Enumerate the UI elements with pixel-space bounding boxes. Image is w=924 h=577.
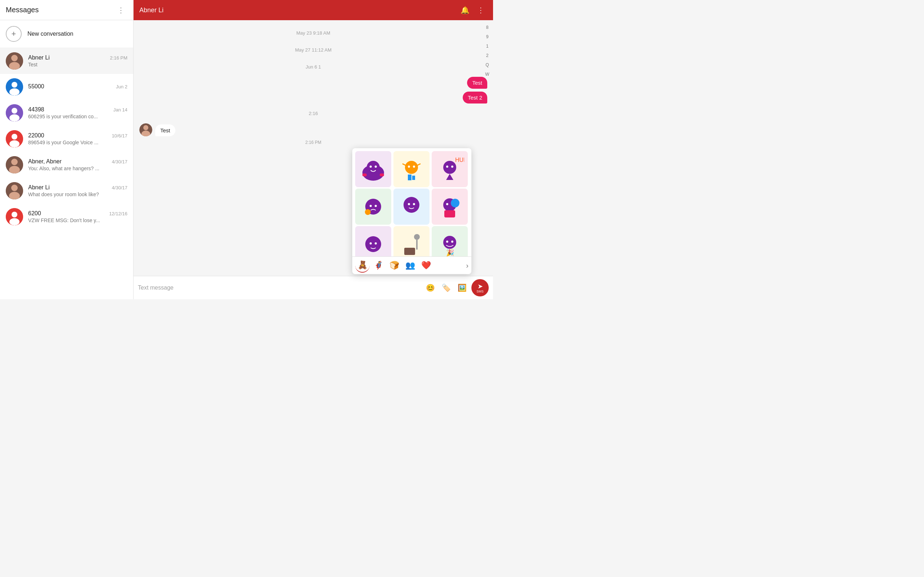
sticker-cell[interactable] bbox=[355, 189, 391, 225]
sticker-panel: HURR!🎉 🧸🦸🍞👥❤️› bbox=[352, 148, 472, 274]
send-button[interactable]: ➤ SMS bbox=[472, 279, 489, 297]
avatar bbox=[6, 208, 23, 226]
scroll-index-item[interactable]: 8 bbox=[483, 23, 492, 32]
svg-point-35 bbox=[443, 161, 456, 174]
svg-rect-33 bbox=[408, 174, 412, 180]
sticker-tabs: 🧸🦸🍞👥❤️› bbox=[352, 256, 472, 274]
conv-info: 55000Jun 2 bbox=[28, 83, 128, 90]
conv-time: 4/30/17 bbox=[112, 185, 128, 190]
sticker-cell[interactable] bbox=[393, 189, 430, 225]
conversation-item-44398[interactable]: 44398Jan 14606295 is your verification c… bbox=[0, 100, 133, 126]
conv-time: Jan 14 bbox=[113, 107, 128, 113]
conv-preview: VZW FREE MSG: Don't lose y... bbox=[28, 218, 128, 223]
emoji-button[interactable]: 😊 bbox=[424, 281, 437, 294]
conversation-item-abner-li-1[interactable]: Abner Li2:16 PMTest bbox=[0, 48, 133, 74]
sidebar-more-button[interactable]: ⋮ bbox=[115, 3, 128, 16]
sticker-cell[interactable] bbox=[355, 151, 391, 187]
conversation-item-abner-abner[interactable]: Abner, Abner4/30/17You: Also, what are h… bbox=[0, 152, 133, 178]
scroll-index-item[interactable]: W bbox=[483, 70, 492, 79]
svg-point-37 bbox=[451, 166, 453, 168]
scroll-index-item[interactable]: 2 bbox=[483, 51, 492, 60]
conversation-item-22000[interactable]: 2200010/6/17896549 is your Google Voice … bbox=[0, 126, 133, 152]
svg-point-45 bbox=[413, 203, 415, 205]
sticker-cell[interactable] bbox=[393, 226, 430, 256]
sticker-tab-2[interactable]: 🍞 bbox=[387, 258, 401, 272]
conv-name: 22000 bbox=[28, 132, 44, 139]
emoji-icon: 😊 bbox=[426, 284, 435, 292]
svg-rect-49 bbox=[444, 210, 455, 218]
sticker-cell[interactable] bbox=[393, 151, 430, 187]
svg-point-27 bbox=[367, 161, 380, 174]
sticker-cell[interactable] bbox=[432, 189, 468, 225]
sticker-tab-0[interactable]: 🧸 bbox=[355, 258, 370, 272]
conv-info: 2200010/6/17896549 is your Google Voice … bbox=[28, 132, 128, 145]
sticker-tab-next-arrow[interactable]: › bbox=[466, 261, 468, 270]
svg-point-20 bbox=[10, 218, 19, 226]
conversation-list: Abner Li2:16 PMTest55000Jun 244398Jan 14… bbox=[0, 48, 133, 299]
message-bubble: Test bbox=[155, 124, 175, 136]
chat-area: Abner Li 🔔 ⋮ 8912QW May 23 9:18 AMMay 27… bbox=[134, 0, 493, 299]
chat-header-actions: 🔔 ⋮ bbox=[459, 3, 487, 16]
svg-point-31 bbox=[408, 166, 410, 168]
svg-point-19 bbox=[11, 212, 17, 218]
conv-name: 6200 bbox=[28, 210, 41, 217]
sticker-cell[interactable]: 🎉 bbox=[432, 226, 468, 256]
sidebar: Messages ⋮ + New conversation Abner Li2:… bbox=[0, 0, 134, 299]
conv-preview: What does your room look like? bbox=[28, 192, 128, 197]
scroll-index-item[interactable]: 9 bbox=[483, 32, 492, 41]
avatar bbox=[6, 156, 23, 174]
conv-time: Jun 2 bbox=[116, 84, 128, 89]
message-row: Test bbox=[139, 123, 487, 136]
sidebar-title: Messages bbox=[6, 6, 39, 14]
svg-point-16 bbox=[11, 185, 18, 191]
svg-point-30 bbox=[405, 161, 418, 174]
svg-point-36 bbox=[446, 166, 448, 168]
notification-button[interactable]: 🔔 bbox=[459, 3, 472, 16]
scroll-index-item[interactable]: Q bbox=[483, 61, 492, 69]
sticker-tab-4[interactable]: ❤️ bbox=[419, 258, 433, 272]
svg-point-29 bbox=[375, 166, 377, 168]
conv-name: Abner Li bbox=[28, 55, 50, 61]
svg-rect-26 bbox=[380, 174, 384, 176]
date-separator: May 27 11:12 AM bbox=[139, 47, 487, 53]
svg-point-28 bbox=[370, 166, 372, 168]
image-button[interactable]: 🖼️ bbox=[456, 281, 468, 294]
svg-text:🎉: 🎉 bbox=[446, 249, 454, 256]
image-icon: 🖼️ bbox=[458, 284, 467, 292]
conversation-item-55000[interactable]: 55000Jun 2 bbox=[0, 74, 133, 100]
svg-point-17 bbox=[9, 192, 20, 200]
svg-rect-34 bbox=[412, 176, 415, 180]
chat-header: Abner Li 🔔 ⋮ bbox=[134, 0, 493, 20]
conv-name: Abner Li bbox=[28, 184, 50, 191]
notification-icon: 🔔 bbox=[460, 6, 470, 15]
svg-point-5 bbox=[10, 89, 19, 95]
sticker-button[interactable]: 🏷️ bbox=[439, 281, 452, 294]
sticker-tab-1[interactable]: 🦸 bbox=[371, 258, 386, 272]
chat-header-more-button[interactable]: ⋮ bbox=[474, 3, 487, 16]
svg-point-51 bbox=[365, 236, 381, 252]
sticker-cell[interactable]: HURR! bbox=[432, 151, 468, 187]
new-conversation-button[interactable]: + New conversation bbox=[0, 20, 133, 48]
svg-text:HURR!: HURR! bbox=[455, 157, 464, 163]
conv-info: Abner Li2:16 PMTest bbox=[28, 55, 128, 68]
conv-info: Abner, Abner4/30/17You: Also, what are h… bbox=[28, 158, 128, 171]
svg-point-10 bbox=[11, 134, 17, 140]
new-conversation-label: New conversation bbox=[27, 31, 73, 37]
sidebar-header: Messages ⋮ bbox=[0, 0, 133, 20]
conversation-item-abner-li-2[interactable]: Abner Li4/30/17What does your room look … bbox=[0, 178, 133, 204]
svg-point-53 bbox=[375, 242, 377, 245]
sticker-tab-3[interactable]: 👥 bbox=[403, 258, 417, 272]
text-message-input[interactable] bbox=[138, 282, 421, 294]
conv-preview: 896549 is your Google Voice ... bbox=[28, 140, 128, 145]
scroll-index-item[interactable]: 1 bbox=[483, 42, 492, 50]
svg-point-40 bbox=[370, 205, 372, 207]
svg-point-32 bbox=[413, 166, 415, 168]
sticker-cell[interactable] bbox=[355, 226, 391, 256]
conversation-item-6200[interactable]: 620012/12/16VZW FREE MSG: Don't lose y..… bbox=[0, 204, 133, 230]
conv-name: 44398 bbox=[28, 106, 44, 113]
svg-point-43 bbox=[404, 197, 419, 213]
conv-name: Abner, Abner bbox=[28, 158, 62, 165]
date-separator: Jun 6 1 bbox=[139, 64, 487, 69]
chat-input-bar: 😊 🏷️ 🖼️ ➤ SMS bbox=[134, 276, 493, 299]
svg-point-50 bbox=[451, 199, 459, 207]
